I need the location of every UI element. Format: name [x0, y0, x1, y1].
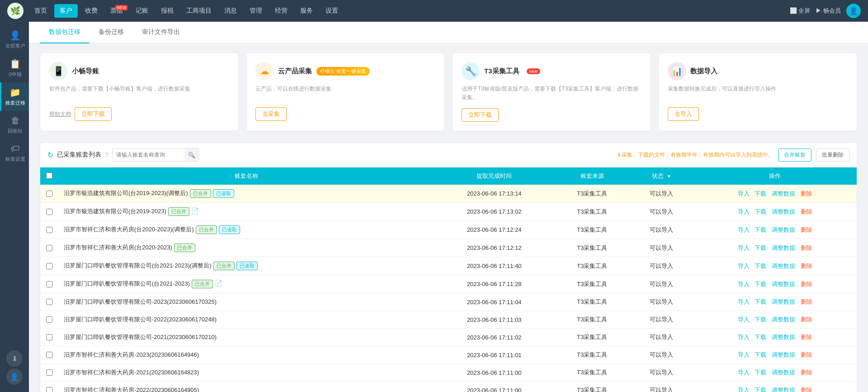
fullscreen-btn[interactable]: ⬜ 全屏 [790, 7, 811, 15]
action-adjust[interactable]: 调整数据 [772, 281, 795, 287]
action-delete[interactable]: 删除 [801, 281, 812, 287]
action-download[interactable]: 下载 [755, 298, 766, 305]
row-checkbox[interactable] [46, 245, 52, 251]
nav-item-message[interactable]: 消息 [219, 4, 242, 18]
action-adjust[interactable]: 调整数据 [772, 351, 795, 358]
nav-item-operation[interactable]: 经营 [269, 4, 293, 18]
row-checkbox[interactable] [46, 316, 52, 323]
sidebar-item-trash[interactable]: 🗑 回收站 [0, 111, 29, 139]
row-checkbox[interactable] [46, 281, 52, 287]
nav-item-bookkeeping[interactable]: 记账 [130, 4, 154, 18]
action-delete[interactable]: 删除 [801, 351, 812, 358]
action-import[interactable]: 导入 [738, 208, 750, 215]
action-adjust[interactable]: 调整数据 [772, 208, 795, 215]
batch-delete-btn[interactable]: 批量删除 [816, 148, 849, 162]
file-icon[interactable]: 📄 [215, 280, 222, 287]
action-delete[interactable]: 删除 [801, 208, 812, 215]
nav-item-invoice[interactable]: 票据new [105, 4, 128, 18]
action-download[interactable]: 下载 [755, 369, 766, 376]
tab-data-migrate[interactable]: 数据包迁移 [40, 22, 90, 43]
row-checkbox[interactable] [46, 352, 52, 358]
row-checkbox[interactable] [46, 387, 52, 392]
action-delete[interactable]: 删除 [801, 316, 812, 323]
data-import-btn[interactable]: 去导入 [668, 107, 699, 121]
sidebar-item-zero-declare[interactable]: 📋 0申报 [0, 54, 29, 82]
action-adjust[interactable]: 调整数据 [772, 263, 795, 269]
action-delete[interactable]: 删除 [801, 387, 812, 392]
nav-item-settings[interactable]: 设置 [320, 4, 344, 18]
sidebar-item-account-migrate[interactable]: 📁 账套迁移 [0, 82, 29, 111]
action-download[interactable]: 下载 [755, 263, 766, 269]
action-download[interactable]: 下载 [755, 316, 766, 323]
row-checkbox[interactable] [46, 227, 52, 233]
sidebar-item-all-clients[interactable]: 👤 全部客户 [0, 25, 29, 54]
tab-audit-export[interactable]: 审计文件导出 [133, 22, 189, 43]
action-delete[interactable]: 删除 [801, 334, 812, 340]
nav-item-home[interactable]: 首页 [29, 4, 52, 18]
action-delete[interactable]: 删除 [801, 298, 812, 305]
action-download[interactable]: 下载 [755, 281, 766, 287]
action-adjust[interactable]: 调整数据 [772, 387, 795, 392]
action-import[interactable]: 导入 [738, 387, 750, 392]
action-download[interactable]: 下载 [755, 190, 766, 197]
action-import[interactable]: 导入 [738, 226, 750, 233]
refresh-icon[interactable]: ↻ [47, 151, 53, 159]
row-checkbox[interactable] [46, 369, 52, 376]
action-adjust[interactable]: 调整数据 [772, 244, 795, 251]
action-adjust[interactable]: 调整数据 [772, 334, 795, 340]
action-download[interactable]: 下载 [755, 244, 766, 251]
action-delete[interactable]: 删除 [801, 244, 812, 251]
action-import[interactable]: 导入 [738, 281, 750, 287]
xiaochangdaozhang-download-btn[interactable]: 立即下载 [75, 107, 112, 121]
xiaochangdaozhang-help-link[interactable]: 帮助文档 [49, 110, 71, 118]
action-adjust[interactable]: 调整数据 [772, 226, 795, 233]
row-checkbox[interactable] [46, 334, 52, 340]
cloud-collect-btn[interactable]: 去采集 [255, 107, 287, 121]
action-import[interactable]: 导入 [738, 334, 750, 340]
search-btn[interactable]: 🔍 [185, 148, 198, 162]
nav-item-customer[interactable]: 客户 [54, 4, 78, 18]
app-logo[interactable]: 🌿 [7, 3, 24, 19]
action-import[interactable]: 导入 [738, 298, 750, 305]
action-import[interactable]: 导入 [738, 351, 750, 358]
col-status[interactable]: 状态 ▼ [630, 167, 693, 185]
row-checkbox[interactable] [46, 263, 52, 269]
action-download[interactable]: 下载 [755, 208, 766, 215]
action-adjust[interactable]: 调整数据 [772, 369, 795, 376]
action-delete[interactable]: 删除 [801, 190, 812, 197]
t3-collect-download-btn[interactable]: 立即下载 [462, 108, 499, 122]
search-input[interactable] [113, 152, 185, 158]
nav-item-manage[interactable]: 管理 [244, 4, 268, 18]
action-import[interactable]: 导入 [738, 190, 750, 197]
nav-item-tax[interactable]: 报税 [156, 4, 179, 18]
sidebar-item-tag-settings[interactable]: 🏷 标签设置 [0, 139, 29, 167]
file-icon[interactable]: 📄 [191, 207, 199, 215]
action-import[interactable]: 导入 [738, 369, 750, 376]
row-checkbox[interactable] [46, 191, 52, 197]
nav-item-collection[interactable]: 收费 [80, 4, 103, 18]
action-import[interactable]: 导入 [738, 244, 750, 251]
action-delete[interactable]: 删除 [801, 369, 812, 376]
merge-btn[interactable]: 合并账套 [778, 148, 811, 162]
nav-item-business[interactable]: 工商项目 [181, 4, 217, 18]
member-btn[interactable]: ▶ 畅会员 [816, 7, 841, 15]
select-all-checkbox[interactable] [46, 172, 52, 179]
action-delete[interactable]: 删除 [801, 226, 812, 233]
action-download[interactable]: 下载 [755, 387, 766, 392]
sidebar-user-btn[interactable]: 👤 [6, 368, 23, 385]
action-adjust[interactable]: 调整数据 [772, 298, 795, 305]
action-adjust[interactable]: 调整数据 [772, 190, 795, 197]
sidebar-download-btn[interactable]: ⬇ [6, 350, 23, 367]
action-delete[interactable]: 删除 [801, 263, 812, 269]
help-icon[interactable]: ? [105, 151, 108, 158]
action-import[interactable]: 导入 [738, 263, 750, 269]
action-download[interactable]: 下载 [755, 334, 766, 340]
action-download[interactable]: 下载 [755, 351, 766, 358]
user-avatar[interactable]: 👤 [846, 4, 861, 18]
action-download[interactable]: 下载 [755, 226, 766, 233]
row-checkbox[interactable] [46, 299, 52, 305]
tab-backup-migrate[interactable]: 备份迁移 [90, 22, 133, 43]
action-adjust[interactable]: 调整数据 [772, 316, 795, 323]
action-import[interactable]: 导入 [738, 316, 750, 323]
row-checkbox[interactable] [46, 209, 52, 215]
